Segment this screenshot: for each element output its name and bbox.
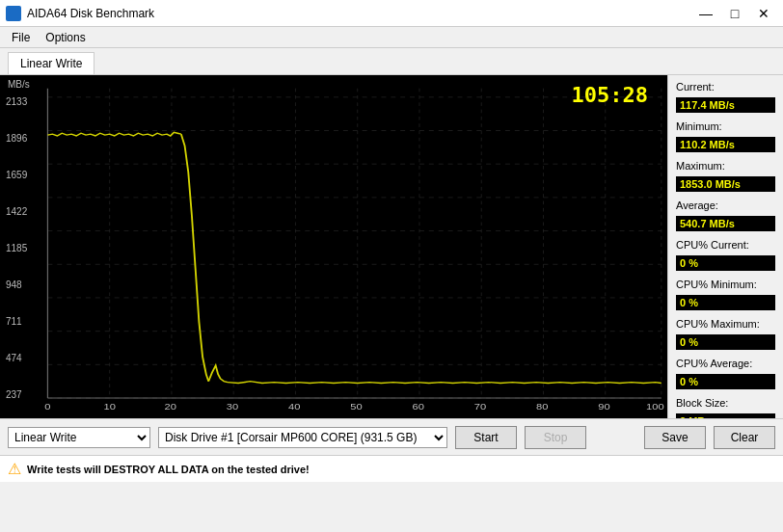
y-label-1422: 1422 [6, 206, 27, 217]
linear-write-tab[interactable]: Linear Write [8, 52, 94, 74]
warning-bar: ⚠ Write tests will DESTROY ALL DATA on t… [0, 455, 783, 482]
close-button[interactable]: ✕ [750, 4, 777, 23]
minimize-button[interactable]: — [692, 4, 719, 23]
cpu-maximum-value: 0 % [676, 334, 775, 350]
maximum-value: 1853.0 MB/s [676, 176, 775, 192]
file-menu[interactable]: File [4, 29, 38, 46]
minimum-label: Minimum: [676, 120, 775, 132]
svg-text:20: 20 [165, 402, 177, 411]
app-icon [6, 6, 21, 21]
y-label-711: 711 [6, 316, 22, 327]
y-label-1185: 1185 [6, 243, 27, 253]
cpu-average-value: 0 % [676, 374, 775, 389]
title-bar: AIDA64 Disk Benchmark — □ ✕ [0, 0, 783, 27]
current-value: 117.4 MB/s [676, 97, 775, 113]
bottom-controls: Linear Write Linear Read Random Read Ran… [0, 418, 783, 455]
save-button[interactable]: Save [644, 426, 706, 449]
current-label: Current: [676, 81, 775, 93]
start-button[interactable]: Start [455, 426, 517, 449]
svg-text:10: 10 [104, 402, 117, 411]
options-menu[interactable]: Options [38, 29, 93, 46]
block-size-label: Block Size: [676, 397, 775, 409]
cpu-current-value: 0 % [676, 255, 775, 271]
y-label-1896: 1896 [6, 133, 27, 144]
right-panel: Current: 117.4 MB/s Minimum: 110.2 MB/s … [667, 75, 783, 418]
warning-text: Write tests will DESTROY ALL DATA on the… [27, 464, 310, 475]
maximize-button[interactable]: □ [721, 4, 748, 23]
svg-text:50: 50 [350, 402, 363, 411]
average-label: Average: [676, 200, 775, 211]
svg-text:60: 60 [413, 402, 425, 411]
y-label-2133: 2133 [6, 96, 27, 107]
clear-button[interactable]: Clear [714, 426, 775, 449]
svg-text:90: 90 [598, 402, 610, 411]
y-label-948: 948 [6, 279, 22, 290]
svg-text:0: 0 [44, 402, 51, 411]
stop-button[interactable]: Stop [525, 426, 586, 449]
window-title: AIDA64 Disk Benchmark [27, 7, 154, 20]
svg-text:40: 40 [288, 402, 301, 411]
cpu-maximum-label: CPU% Maximum: [676, 318, 775, 330]
svg-text:70: 70 [474, 402, 487, 411]
svg-text:100 %: 100 % [646, 402, 667, 411]
cpu-current-label: CPU% Current: [676, 239, 775, 251]
average-value: 540.7 MB/s [676, 216, 775, 231]
maximum-label: Maximum: [676, 160, 775, 172]
test-select[interactable]: Linear Write Linear Read Random Read Ran… [8, 427, 150, 448]
y-label-237: 237 [6, 389, 22, 400]
svg-text:30: 30 [227, 402, 239, 411]
y-label-474: 474 [6, 353, 22, 363]
block-size-value: 2 MB [676, 413, 775, 418]
cpu-minimum-label: CPU% Minimum: [676, 279, 775, 290]
y-label-1659: 1659 [6, 170, 27, 180]
chart-area: MB/s 105:28 2133 1896 1659 1422 1185 948… [0, 75, 667, 418]
tab-bar: Linear Write [0, 48, 783, 75]
mbps-label: MB/s [8, 79, 30, 90]
menu-bar: File Options [0, 27, 783, 48]
cpu-minimum-value: 0 % [676, 295, 775, 310]
minimum-value: 110.2 MB/s [676, 137, 775, 152]
main-area: MB/s 105:28 2133 1896 1659 1422 1185 948… [0, 75, 783, 418]
drive-select[interactable]: Disk Drive #1 [Corsair MP600 CORE] (931.… [158, 427, 447, 448]
svg-text:80: 80 [536, 402, 549, 411]
title-bar-left: AIDA64 Disk Benchmark [6, 6, 154, 21]
time-display: 105:28 [572, 83, 648, 107]
title-bar-buttons: — □ ✕ [692, 4, 777, 23]
cpu-average-label: CPU% Average: [676, 358, 775, 369]
warning-icon: ⚠ [8, 460, 21, 478]
chart-svg: 0 10 20 30 40 50 60 70 80 90 100 % [0, 75, 667, 418]
